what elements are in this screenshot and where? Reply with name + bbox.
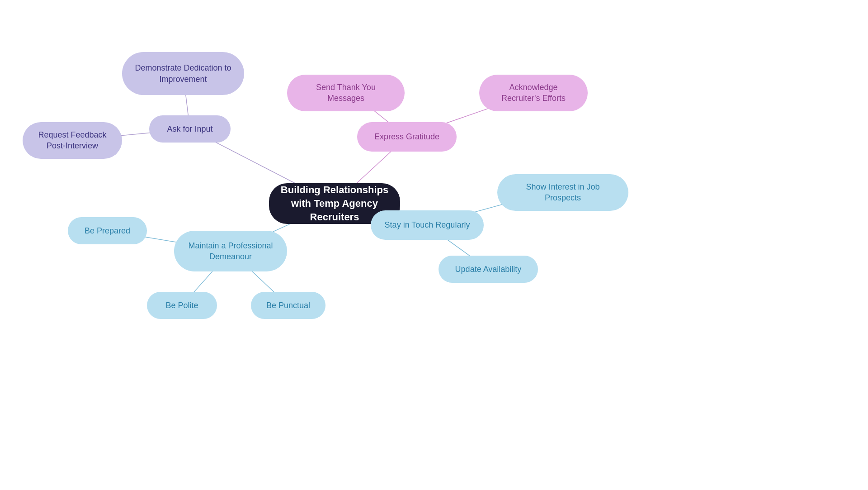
node-ask-input: Ask for Input	[149, 115, 231, 143]
node-be-prepared: Be Prepared	[68, 217, 147, 244]
node-stay-touch: Stay in Touch Regularly	[371, 210, 484, 240]
node-express-gratitude: Express Gratitude	[357, 122, 457, 152]
node-update-availability: Update Availability	[439, 256, 538, 283]
node-request-feedback: Request Feedback Post-Interview	[23, 122, 122, 159]
node-send-thanks: Send Thank You Messages	[287, 75, 405, 111]
node-maintain-professional: Maintain a Professional Demeanour	[174, 231, 287, 271]
node-be-polite: Be Polite	[147, 292, 217, 319]
node-demonstrate: Demonstrate Dedication to Improvement	[122, 52, 244, 95]
node-show-interest: Show Interest in Job Prospects	[497, 174, 628, 211]
node-acknowledge: Acknowledge Recruiter's Efforts	[479, 75, 588, 111]
node-be-punctual: Be Punctual	[251, 292, 326, 319]
